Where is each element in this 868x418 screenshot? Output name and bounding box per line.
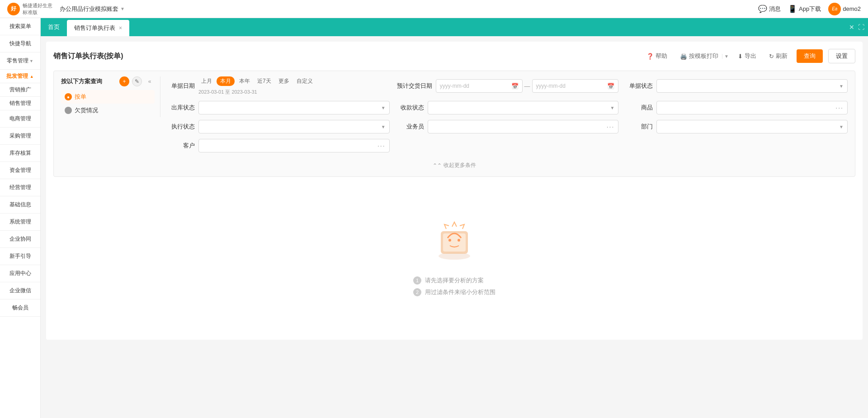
refresh-button[interactable]: ↻ 刷新 bbox=[765, 50, 791, 62]
date-filter-group: 上月 本月 本年 近7天 更多 自定义 2023-03-01 至 2023-03… bbox=[198, 76, 390, 95]
export-icon: ⬇ bbox=[738, 53, 743, 60]
delivery-status-arrow-icon: ▼ bbox=[381, 105, 386, 110]
sidebar-item-ecom-mgmt[interactable]: 电商管理 bbox=[0, 110, 40, 128]
sidebar-item-quick-nav[interactable]: 快捷导航 bbox=[0, 35, 40, 52]
scheme-item-owed-goods[interactable]: ○ 欠货情况 bbox=[61, 104, 155, 117]
date-filter-label: 单据日期 bbox=[168, 82, 195, 90]
tab-close-icon[interactable]: × bbox=[119, 25, 122, 31]
sidebar-item-search-menu[interactable]: 搜索菜单 bbox=[0, 18, 40, 35]
filter-row-3: 执行状态 ▼ 业务员 bbox=[168, 120, 848, 133]
tab-sales-order[interactable]: 销售订单执行表 × bbox=[67, 20, 129, 36]
salesperson-label: 业务员 bbox=[397, 123, 424, 131]
add-scheme-button[interactable]: + bbox=[119, 76, 129, 86]
refresh-icon: ↻ bbox=[769, 53, 774, 60]
retail-arrow-icon: ▼ bbox=[29, 59, 33, 63]
expected-date-start[interactable]: yyyy-mm-dd 📅 bbox=[436, 79, 523, 93]
calendar-icon-end: 📅 bbox=[607, 83, 614, 90]
date-separator: — bbox=[524, 83, 530, 90]
sidebar-item-enterprise-wechat[interactable]: 企业微信 bbox=[0, 282, 40, 299]
window-maximize-btn[interactable]: ⛶ bbox=[858, 24, 864, 31]
sidebar-item-member[interactable]: 畅会员 bbox=[0, 299, 40, 317]
user-profile[interactable]: Ea demo2 bbox=[828, 3, 861, 15]
salesperson-input[interactable]: ··· bbox=[428, 120, 619, 133]
page-inner: 销售订单执行表(按单) ❓ 帮助 🖨️ 按模板打印 ▼ bbox=[46, 42, 863, 340]
sidebar-item-marketing[interactable]: 营销推广 bbox=[0, 83, 40, 97]
left-panel-icons: + ✎ « bbox=[119, 76, 155, 86]
left-panel-title: 按以下方案查询 bbox=[61, 77, 102, 86]
exec-status-arrow-icon: ▼ bbox=[381, 124, 386, 129]
nav-company-item[interactable]: 办公用品行业模拟账套 ▼ bbox=[56, 5, 128, 13]
date-tab-custom[interactable]: 自定义 bbox=[294, 76, 316, 86]
print-button[interactable]: 🖨️ 按模板打印 bbox=[676, 50, 722, 62]
tip-num-2: 2 bbox=[413, 288, 421, 296]
empty-tips: 1 请先选择要分析的方案 2 用过滤条件来缩小分析范围 bbox=[413, 276, 495, 296]
date-tab-last-month[interactable]: 上月 bbox=[198, 76, 215, 86]
date-range-text: 2023-03-01 至 2023-03-31 bbox=[198, 89, 390, 95]
scheme-item-by-order[interactable]: ● 按单 bbox=[61, 90, 155, 104]
sidebar-item-enterprise-collab[interactable]: 企业协同 bbox=[0, 231, 40, 248]
filter-row-4: 客户 ··· bbox=[168, 139, 848, 152]
tab-home[interactable]: 首页 bbox=[41, 18, 67, 36]
sidebar-item-sales-mgmt[interactable]: 销售管理 bbox=[0, 97, 40, 110]
sidebar-item-wholesale-mgmt[interactable]: 批发管理 ▲ bbox=[0, 70, 40, 83]
collapse-panel-button[interactable]: « bbox=[145, 76, 155, 86]
sidebar-item-basic-info[interactable]: 基础信息 bbox=[0, 196, 40, 214]
settings-button[interactable]: 设置 bbox=[828, 49, 855, 63]
empty-tip-2: 2 用过滤条件来缩小分析范围 bbox=[413, 288, 495, 296]
goods-input[interactable]: ··· bbox=[656, 101, 848, 114]
sidebar-item-inventory[interactable]: 库存核算 bbox=[0, 145, 40, 162]
tip-num-1: 1 bbox=[413, 276, 421, 285]
print-dropdown-arrow[interactable]: ▼ bbox=[722, 54, 729, 59]
date-tab-this-year[interactable]: 本年 bbox=[236, 76, 253, 86]
empty-tip-1: 1 请先选择要分析的方案 bbox=[413, 276, 495, 285]
customer-dots-icon: ··· bbox=[377, 142, 386, 149]
top-bar-left: 好 畅捷通好生意 标准版 办公用品行业模拟账套 ▼ bbox=[7, 2, 128, 15]
customer-label: 客户 bbox=[168, 142, 195, 150]
wholesale-arrow-icon: ▲ bbox=[30, 74, 34, 79]
sidebar-item-new-guide[interactable]: 新手引导 bbox=[0, 248, 40, 265]
export-button[interactable]: ⬇ 导出 bbox=[734, 50, 760, 62]
app-download-action[interactable]: 📱 App下载 bbox=[788, 5, 821, 13]
left-panel-header: 按以下方案查询 + ✎ « bbox=[61, 76, 155, 86]
filter-area: 按以下方案查询 + ✎ « ● 按单 bbox=[53, 71, 855, 177]
filter-cell-doc-status: 单据状态 ▼ bbox=[626, 76, 848, 95]
nav-arrow-icon: ▼ bbox=[120, 6, 125, 11]
delivery-status-label: 出库状态 bbox=[168, 104, 195, 112]
filter-cell-collection-status: 收款状态 ▼ bbox=[397, 101, 619, 114]
query-button[interactable]: 查询 bbox=[797, 49, 823, 63]
sidebar-item-app-center[interactable]: 应用中心 bbox=[0, 265, 40, 282]
sidebar-item-system-mgmt[interactable]: 系统管理 bbox=[0, 214, 40, 231]
help-button[interactable]: ❓ 帮助 bbox=[643, 50, 671, 62]
print-button-group: 🖨️ 按模板打印 ▼ bbox=[676, 50, 729, 62]
exec-status-select[interactable]: ▼ bbox=[198, 120, 390, 133]
content-area: 首页 销售订单执行表 × ✕ ⛶ 销售订单执行表(按单) ❓ bbox=[41, 18, 868, 418]
delivery-status-select[interactable]: ▼ bbox=[198, 101, 390, 114]
window-close-btn[interactable]: ✕ bbox=[849, 24, 854, 31]
date-tabs: 上月 本月 本年 近7天 更多 自定义 bbox=[198, 76, 390, 86]
sidebar-item-finance-mgmt[interactable]: 资金管理 bbox=[0, 162, 40, 179]
tab-bar: 首页 销售订单执行表 × ✕ ⛶ bbox=[41, 18, 868, 36]
filter-cell-customer: 客户 ··· bbox=[168, 139, 390, 152]
date-tab-last-7-days[interactable]: 近7天 bbox=[255, 76, 274, 86]
collapse-button[interactable]: ⌃⌃ 收起更多条件 bbox=[433, 162, 476, 169]
collection-status-select[interactable]: ▼ bbox=[428, 101, 619, 114]
message-action[interactable]: 💬 消息 bbox=[758, 5, 781, 13]
date-tab-this-month[interactable]: 本月 bbox=[217, 76, 235, 86]
expected-date-end[interactable]: yyyy-mm-dd 📅 bbox=[532, 79, 619, 93]
date-tab-more[interactable]: 更多 bbox=[276, 76, 292, 86]
page-actions: ❓ 帮助 🖨️ 按模板打印 ▼ ⬇ 导出 bbox=[643, 49, 855, 63]
sidebar-item-purchase-mgmt[interactable]: 采购管理 bbox=[0, 128, 40, 145]
customer-input[interactable]: ··· bbox=[198, 139, 390, 152]
logo-text: 畅捷通好生意 标准版 bbox=[23, 2, 52, 15]
sidebar-item-operations-mgmt[interactable]: 经营管理 bbox=[0, 179, 40, 196]
filter-cell-salesperson: 业务员 ··· bbox=[397, 120, 619, 133]
edit-scheme-button[interactable]: ✎ bbox=[132, 76, 142, 86]
top-bar: 好 畅捷通好生意 标准版 办公用品行业模拟账套 ▼ 💬 消息 📱 App下载 E… bbox=[0, 0, 868, 18]
sidebar-item-retail-mgmt[interactable]: 零售管理 ▼ bbox=[0, 52, 40, 70]
filter-cell-dept: 部门 ▼ bbox=[626, 120, 848, 133]
doc-status-select[interactable]: ▼ bbox=[656, 79, 848, 93]
logo-icon: 好 bbox=[7, 3, 20, 15]
svg-rect-2 bbox=[443, 233, 466, 252]
dept-select[interactable]: ▼ bbox=[656, 120, 848, 133]
filter-row-2: 出库状态 ▼ 收款状态 bbox=[168, 101, 848, 114]
